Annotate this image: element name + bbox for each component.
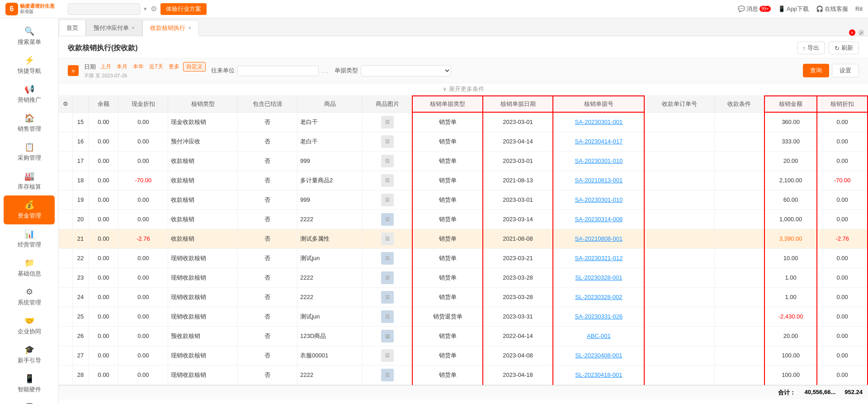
sidebar-item-finance[interactable]: 💰 资金管理 xyxy=(4,195,55,224)
cell-include-settled: 否 xyxy=(238,287,297,307)
top-search-input[interactable] xyxy=(68,3,140,15)
sidebar-item-search[interactable]: 🔍 搜索菜单 xyxy=(0,22,58,51)
cell-bill-no[interactable]: SA-20230331-026 xyxy=(553,307,644,326)
filter-this-year[interactable]: 本年 xyxy=(131,62,146,71)
cell-bill-no[interactable]: SA-20230301-010 xyxy=(553,151,644,171)
sidebar-item-system[interactable]: ⚙ 系统管理 xyxy=(0,282,58,311)
cell-seq: 20 xyxy=(72,209,89,229)
sidebar-item-hardware[interactable]: 📱 智能硬件 xyxy=(0,369,58,398)
clipboard-icon: 📋 xyxy=(24,142,34,152)
cell-include-settled: 否 xyxy=(238,248,297,268)
sidebar-label-base: 基础信息 xyxy=(18,270,41,278)
cell-seq: 17 xyxy=(72,151,89,171)
filter-bill-type-block: 单据类型 xyxy=(335,65,451,76)
sidebar-item-base[interactable]: 📁 基础信息 xyxy=(0,253,58,282)
sidebar-item-purchase[interactable]: 📋 采购管理 xyxy=(0,138,58,166)
cell-bill-no[interactable]: SA-20230321-012 xyxy=(553,248,644,268)
table-row[interactable]: 20 0.00 0.00 收款核销 否 2222 🖼 销货单 2023-03-1… xyxy=(59,209,868,229)
window-controls: × ⤢ xyxy=(845,29,868,36)
messages-btn[interactable]: 💬 消息 99+ xyxy=(738,5,771,13)
tab-receipt[interactable]: 收款核销执行 × xyxy=(142,20,199,36)
dropdown-icon[interactable]: ▾ xyxy=(144,5,147,12)
filter-last-month[interactable]: 上月 xyxy=(99,62,113,71)
table-row[interactable]: 26 0.00 0.00 预收款核销 否 123D商品 🏢 销货单 2022-0… xyxy=(59,326,868,346)
table-row[interactable]: 23 0.00 0.00 现销收款核销 否 2222 🖼 销货单 2023-03… xyxy=(59,268,868,287)
expand-more-btn[interactable]: ∨ 展开更多条件 xyxy=(443,85,484,93)
filter-bill-type-select[interactable] xyxy=(361,65,451,76)
cell-bill-no[interactable]: ABC-001 xyxy=(553,326,644,346)
refresh-btn[interactable]: ↻ 刷新 xyxy=(829,42,859,54)
online-service-btn[interactable]: 🎧 在线客服 xyxy=(816,5,848,13)
sidebar-item-corp[interactable]: 🤝 企业协同 xyxy=(0,311,58,340)
filter-expand-icon-btn[interactable]: » xyxy=(68,65,79,76)
cell-verify-discount: 0.00 xyxy=(817,112,868,132)
app-download-btn[interactable]: 📱 App下载 xyxy=(778,5,809,13)
cell-settings xyxy=(59,171,72,190)
col-settings[interactable]: ⚙ xyxy=(59,96,72,112)
filter-more[interactable]: 更多 xyxy=(167,62,181,71)
filter-custom[interactable]: 自定义 xyxy=(183,62,206,71)
cell-seq: 21 xyxy=(72,229,89,248)
filter-7days[interactable]: 近7天 xyxy=(147,62,165,71)
cell-bill-no[interactable]: SL-20230328-001 xyxy=(553,268,644,287)
table-row[interactable]: 15 0.00 0.00 现金收款核销 否 老白干 🖼 销货单 2023-03-… xyxy=(59,112,868,132)
sidebar-item-inventory[interactable]: 🏭 库存核算 xyxy=(0,166,58,195)
table-row[interactable]: 28 0.00 0.00 现销收款核销 否 2222 🖼 销货单 2023-04… xyxy=(59,365,868,385)
table-row[interactable]: 22 0.00 0.00 现销收款核销 否 测试jun 🖼 销货单 2023-0… xyxy=(59,248,868,268)
cell-bill-date: 2023-03-01 xyxy=(483,151,553,171)
cell-bill-no[interactable]: SA-20230301-001 xyxy=(553,112,644,132)
warehouse-icon: 🏭 xyxy=(24,171,34,181)
user-profile[interactable]: Rit xyxy=(855,5,863,12)
cell-bill-no[interactable]: SA-20230414-017 xyxy=(553,132,644,151)
cell-bill-date: 2023-04-14 xyxy=(483,132,553,151)
cell-bill-no[interactable]: SA-20230314-008 xyxy=(553,209,644,229)
cell-cash-discount: 0.00 xyxy=(118,209,168,229)
goods-image: 🖼 xyxy=(381,135,394,148)
query-btn[interactable]: 查询 xyxy=(803,64,829,77)
tab-home[interactable]: 首页 xyxy=(59,19,86,36)
win-max-btn[interactable]: ⤢ xyxy=(858,29,864,36)
export-btn[interactable]: ↑ 导出 xyxy=(797,42,826,54)
sidebar-item-sales[interactable]: 🏠 销售管理 xyxy=(0,109,58,138)
tab-advance[interactable]: 预付冲应付单 × xyxy=(86,19,142,36)
settings-btn[interactable]: 设置 xyxy=(832,64,859,77)
cell-bill-no[interactable]: SA-20230301-010 xyxy=(553,190,644,209)
win-close-btn[interactable]: × xyxy=(849,29,855,36)
sidebar-item-ops[interactable]: 📊 经营管理 xyxy=(0,224,58,253)
messages-badge: 99+ xyxy=(760,6,771,12)
cell-bill-no[interactable]: SL-20230418-001 xyxy=(553,365,644,385)
cell-settings xyxy=(59,307,72,326)
gear-icon[interactable]: ⚙ xyxy=(151,5,157,13)
top-bar: 6 畅捷通谱好生意 标准版 ▾ ⚙ 体验行业方案 💬 消息 99+ 📱 App下… xyxy=(0,0,868,18)
table-row[interactable]: 21 0.00 -2.76 收款核销 否 测试多属性 🖼 销货单 2021-08… xyxy=(59,229,868,248)
industry-btn[interactable]: 体验行业方案 xyxy=(160,3,207,15)
table-row[interactable]: 27 0.00 0.00 现销收款核销 否 衣服00001 🖼 销货单 2023… xyxy=(59,346,868,365)
cell-receipt-order xyxy=(644,248,714,268)
table-row[interactable]: 24 0.00 0.00 现销收款核销 否 2222 🖼 销货单 2023-03… xyxy=(59,287,868,307)
sidebar-item-guide[interactable]: 🎓 新手引导 xyxy=(0,340,58,369)
table-container[interactable]: ⚙ 余额 现金折扣 核销类型 包含已结清 商品 商品图片 核销单据类型 核销单据… xyxy=(59,95,868,404)
table-row[interactable]: 17 0.00 0.00 收款核销 否 999 🖼 销货单 2023-03-01… xyxy=(59,151,868,171)
cell-cash-discount: -2.76 xyxy=(118,229,168,248)
filter-this-month[interactable]: 本月 xyxy=(115,62,129,71)
sidebar-item-wechat[interactable]: 💬 企业微信 xyxy=(0,398,58,404)
cell-bill-no[interactable]: SL-20230408-001 xyxy=(553,346,644,365)
cell-bill-no[interactable]: SA-20210808-001 xyxy=(553,229,644,248)
table-row[interactable]: 19 0.00 0.00 收款核销 否 999 🖼 销货单 2023-03-01… xyxy=(59,190,868,209)
tab-advance-close[interactable]: × xyxy=(132,25,135,31)
cell-balance: 0.00 xyxy=(89,151,118,171)
cell-bill-no[interactable]: SL-20230328-002 xyxy=(553,287,644,307)
table-row[interactable]: 18 0.00 -70.00 收款核销 否 多计量商品2 🖼 销货单 2021-… xyxy=(59,171,868,190)
filter-partner-input[interactable] xyxy=(237,66,319,76)
cell-verify-discount: 0.00 xyxy=(817,190,868,209)
table-row[interactable]: 16 0.00 0.00 预付冲应收 否 老白干 🖼 销货单 2023-04-1… xyxy=(59,132,868,151)
filter-partner-block: 往来单位 ... xyxy=(211,66,329,76)
tab-receipt-close[interactable]: × xyxy=(188,25,191,31)
sidebar-item-quick-nav[interactable]: ⚡ 快捷导航 xyxy=(0,51,58,80)
cell-verify-discount: 0.00 xyxy=(817,248,868,268)
table-row[interactable]: 25 0.00 0.00 现销收款核销 否 测试jun 🖼 销货退货单 2023… xyxy=(59,307,868,326)
cell-settings xyxy=(59,190,72,209)
cell-receipt-cond xyxy=(714,132,764,151)
cell-bill-no[interactable]: SA-20210813-001 xyxy=(553,171,644,190)
sidebar-item-marketing[interactable]: 📢 营销推广 xyxy=(0,80,58,109)
